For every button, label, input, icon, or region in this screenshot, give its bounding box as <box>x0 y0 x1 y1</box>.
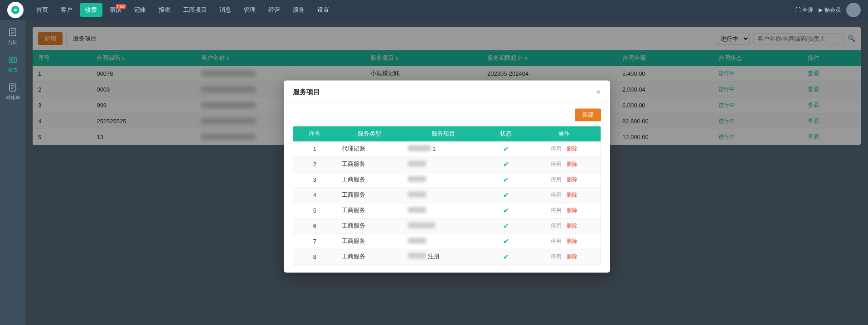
modal-table: 序号 服务类型 服务项目 状态 操作 1 代理记账 1 ✔ 停用 删 <box>293 126 601 265</box>
status-check-icon: ✔ <box>503 207 509 214</box>
sidebar-item-fee[interactable]: 收费 <box>1 51 24 77</box>
modal-cell-type: 工商服务 <box>336 172 402 187</box>
top-nav: 首页 客户 收费 票据 new 记账 报税 工商项目 消息 管理 经营 服务 设… <box>0 0 868 20</box>
modal-cell-no: 1 <box>293 141 337 157</box>
fee-icon <box>8 55 18 65</box>
modal-cell-status: ✔ <box>484 156 528 172</box>
modal-cell-action[interactable]: 停用 删除 <box>528 141 600 157</box>
nav-bookkeeping[interactable]: 记账 <box>129 3 151 17</box>
modal-table-row: 8 工商服务 注册 ✔ 停用 删除 <box>293 249 601 264</box>
nav-right: ⛶ 全屏 ▶ 畅会员 <box>795 3 861 17</box>
delete-btn[interactable]: 删除 <box>567 223 577 229</box>
modal-cell-action[interactable]: 停用 删除 <box>528 172 600 187</box>
modal-cell-no: 4 <box>293 187 337 203</box>
stop-btn[interactable]: 停用 <box>551 146 562 152</box>
modal-cell-item <box>402 156 484 172</box>
modal-cell-type: 工商服务 <box>336 203 402 218</box>
delete-btn[interactable]: 删除 <box>567 146 577 152</box>
vip-btn[interactable]: ▶ 畅会员 <box>819 6 841 14</box>
modal-cell-item: 1 <box>402 141 484 157</box>
status-check-icon: ✔ <box>503 176 509 184</box>
stop-btn[interactable]: 停用 <box>551 253 562 260</box>
delete-btn[interactable]: 删除 <box>567 253 577 260</box>
modal-cell-status: ✔ <box>484 218 528 233</box>
nav-service[interactable]: 服务 <box>287 3 310 17</box>
nav-customer[interactable]: 客户 <box>55 3 78 17</box>
modal-cell-action[interactable]: 停用 删除 <box>528 249 600 264</box>
stop-btn[interactable]: 停用 <box>551 207 562 213</box>
modal-table-wrap[interactable]: 序号 服务类型 服务项目 状态 操作 1 代理记账 1 ✔ 停用 删 <box>293 126 601 265</box>
modal-cell-item: 注册 <box>402 249 484 264</box>
modal-cell-action[interactable]: 停用 删除 <box>528 203 600 218</box>
sidebar-item-contract[interactable]: 合同 <box>1 24 24 49</box>
modal-cell-no: 3 <box>293 172 337 187</box>
sidebar-item-statement[interactable]: 对账单 <box>1 79 24 105</box>
modal-cell-item <box>402 233 484 249</box>
fullscreen-icon: ⛶ <box>795 7 800 13</box>
modal-table-row: 2 工商服务 ✔ 停用 删除 <box>293 156 601 172</box>
delete-btn[interactable]: 删除 <box>567 207 577 213</box>
nav-fee[interactable]: 收费 <box>80 3 102 17</box>
modal-cell-no: 8 <box>293 249 337 264</box>
sidebar-label-fee: 收费 <box>8 67 18 73</box>
modal-table-row: 5 工商服务 ✔ 停用 删除 <box>293 203 601 218</box>
vip-icon: ▶ <box>819 7 823 13</box>
modal-cell-type: 工商服务 <box>336 156 402 172</box>
modal-cell-no: 5 <box>293 203 337 218</box>
modal-cell-action[interactable]: 停用 删除 <box>528 156 600 172</box>
sidebar-label-statement: 对账单 <box>5 94 20 101</box>
stop-btn[interactable]: 停用 <box>551 238 562 244</box>
stop-btn[interactable]: 停用 <box>551 161 562 167</box>
delete-btn[interactable]: 删除 <box>567 238 577 244</box>
modal-cell-item <box>402 187 484 203</box>
modal-cell-status: ✔ <box>484 187 528 203</box>
modal-cell-type: 工商服务 <box>336 249 402 264</box>
nav-bizproject[interactable]: 工商项目 <box>178 3 212 17</box>
modal-cell-action[interactable]: 停用 删除 <box>528 187 600 203</box>
modal-cell-status: ✔ <box>484 172 528 187</box>
modal-th-item: 服务项目 <box>402 126 484 141</box>
layout: 合同 收费 对账单 <box>0 20 868 325</box>
modal-th-status: 状态 <box>484 126 528 141</box>
modal-toolbar: 新建 <box>293 108 601 121</box>
nav-invoice[interactable]: 票据 new <box>104 3 127 17</box>
stop-btn[interactable]: 停用 <box>551 176 562 183</box>
modal-table-row: 4 工商服务 ✔ 停用 删除 <box>293 187 601 203</box>
stop-btn[interactable]: 停用 <box>551 192 562 198</box>
delete-btn[interactable]: 删除 <box>567 161 577 167</box>
fullscreen-btn[interactable]: ⛶ 全屏 <box>795 6 813 14</box>
modal-cell-action[interactable]: 停用 删除 <box>528 233 600 249</box>
modal-th-type: 服务类型 <box>336 126 402 141</box>
modal-cell-type: 代理记账 <box>336 141 402 157</box>
nav-operation[interactable]: 经营 <box>263 3 286 17</box>
nav-message[interactable]: 消息 <box>214 3 237 17</box>
modal-cell-item <box>402 203 484 218</box>
modal-title: 服务项目 <box>293 88 320 97</box>
nav-home[interactable]: 首页 <box>31 3 53 17</box>
modal-cell-status: ✔ <box>484 233 528 249</box>
stop-btn[interactable]: 停用 <box>551 223 562 229</box>
sidebar-label-contract: 合同 <box>8 39 18 46</box>
nav-manage[interactable]: 管理 <box>238 3 261 17</box>
avatar[interactable] <box>846 3 861 17</box>
nav-badge-new: new <box>116 4 126 9</box>
modal-cell-item <box>402 172 484 187</box>
delete-btn[interactable]: 删除 <box>567 176 577 183</box>
modal-cell-type: 工商服务 <box>336 187 402 203</box>
modal-close-btn[interactable]: × <box>596 87 601 97</box>
statement-icon <box>8 82 18 92</box>
modal-table-row: 1 代理记账 1 ✔ 停用 删除 <box>293 141 601 157</box>
modal-new-btn[interactable]: 新建 <box>575 108 601 121</box>
svg-point-6 <box>11 58 14 61</box>
nav-items: 首页 客户 收费 票据 new 记账 报税 工商项目 消息 管理 经营 服务 设… <box>31 3 795 17</box>
delete-btn[interactable]: 删除 <box>567 192 577 198</box>
nav-tax[interactable]: 报税 <box>153 3 176 17</box>
modal-th-no: 序号 <box>293 126 337 141</box>
nav-settings[interactable]: 设置 <box>312 3 335 17</box>
main-content: 新增 服务项目 进行中 全部 已结束 🔍 序号 合同编码 <box>25 20 868 325</box>
status-check-icon: ✔ <box>503 222 509 230</box>
modal-cell-action[interactable]: 停用 删除 <box>528 218 600 233</box>
sidebar: 合同 收费 对账单 <box>0 20 25 325</box>
service-items-modal: 服务项目 × 新建 序号 服务类型 服务项目 状态 <box>284 80 610 272</box>
modal-body: 新建 序号 服务类型 服务项目 状态 操作 <box>284 103 610 272</box>
